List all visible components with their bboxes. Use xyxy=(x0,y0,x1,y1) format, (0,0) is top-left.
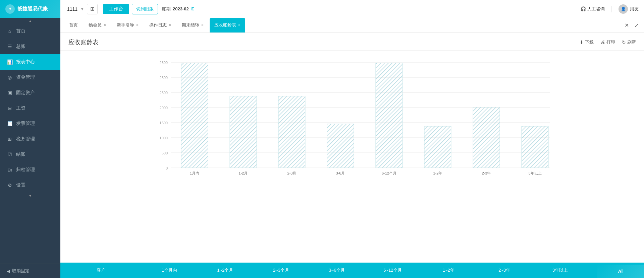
refresh-icon: ↻ xyxy=(622,40,626,45)
col-3yearplus: 3年以上 xyxy=(532,267,588,273)
tab-bar-right: ✕ ⤢ xyxy=(623,21,640,30)
chevron-down-icon: ▼ xyxy=(80,7,84,11)
tab-close-all-button[interactable]: ✕ xyxy=(623,21,630,30)
tab-guide-close[interactable]: × xyxy=(136,23,139,27)
company-select[interactable]: 1111 ▼ xyxy=(67,6,84,12)
sidebar-item-assets[interactable]: ▣ 固定资产 xyxy=(0,85,60,100)
sidebar-item-funds[interactable]: ◎ 资金管理 xyxy=(0,70,60,85)
sidebar-label-tax: 税务管理 xyxy=(16,136,35,142)
switch-button[interactable]: 切到旧版 xyxy=(132,4,158,14)
refresh-label: 刷新 xyxy=(627,39,636,45)
sidebar-label-invoice: 发票管理 xyxy=(16,121,35,127)
bar-6 xyxy=(424,126,451,168)
unpin-label: 取消固定 xyxy=(12,268,30,274)
tab-period-end[interactable]: 期末结转 × xyxy=(177,18,208,32)
sidebar-item-checkout[interactable]: ☑ 结账 xyxy=(0,147,60,162)
tab-guide[interactable]: 新手引导 × xyxy=(112,18,143,32)
download-label: 下载 xyxy=(585,39,594,45)
sidebar-item-tax[interactable]: ⊞ 税务管理 xyxy=(0,131,60,147)
col-3-6month: 3~6个月 xyxy=(309,267,365,273)
sidebar-label-ledger: 总账 xyxy=(16,44,25,50)
col-1-2year: 1~2年 xyxy=(421,267,476,273)
sidebar-footer[interactable]: ◀ 取消固定 xyxy=(0,264,60,278)
print-button[interactable]: 🖨 打印 xyxy=(600,39,615,45)
bar-1 xyxy=(181,63,208,168)
funds-icon: ◎ xyxy=(7,74,13,80)
period-label: 账期 xyxy=(162,6,171,12)
tab-oplog-label: 操作日志 xyxy=(149,22,167,28)
download-icon: ⬇ xyxy=(580,40,584,45)
page-title: 应收账龄表 xyxy=(68,38,99,46)
bar-2 xyxy=(230,96,257,168)
tab-expand-button[interactable]: ⤢ xyxy=(633,21,640,30)
col-customer: 客户 xyxy=(60,267,142,273)
svg-text:2-3月: 2-3月 xyxy=(287,171,297,175)
tab-period-end-close[interactable]: × xyxy=(201,23,204,27)
tab-oplog-close[interactable]: × xyxy=(169,23,171,27)
headset-icon: 🎧 xyxy=(581,6,586,11)
svg-text:2000: 2000 xyxy=(160,106,168,110)
tab-bar: 首页 畅会员 × 新手引导 × 操作日志 × 期末结转 × 应收账龄表 × xyxy=(60,18,644,33)
sidebar-item-payroll[interactable]: ⊟ 工资 xyxy=(0,100,60,116)
sidebar-scroll-down[interactable]: ▼ xyxy=(0,193,60,198)
ai-badge[interactable]: Ai xyxy=(597,265,644,278)
svg-text:1000: 1000 xyxy=(160,136,168,140)
home-icon: ⌂ xyxy=(7,28,13,34)
svg-text:2500: 2500 xyxy=(160,61,168,65)
sidebar: ▲ ⌂ 首页 ☰ 总账 📊 报表中心 ◎ 资金管理 ▣ 固定资产 ⊟ 工资 🧾 … xyxy=(0,18,60,278)
consult-button[interactable]: 🎧 人工咨询 xyxy=(581,6,605,12)
table-header: 客户 1个月内 1~2个月 2~3个月 3~6个月 6~12个月 1~2年 2~… xyxy=(60,263,644,278)
avatar: 👤 xyxy=(619,4,628,14)
bar-8 xyxy=(522,126,548,168)
invoice-icon: 🧾 xyxy=(7,121,13,127)
ai-label: Ai xyxy=(618,269,623,274)
sidebar-item-archive[interactable]: 🗂 归档管理 xyxy=(0,162,60,178)
col-2-3year: 2~3年 xyxy=(477,267,532,273)
sidebar-label-archive: 归档管理 xyxy=(16,167,35,173)
period-area: 账期 2023-02 🗓 xyxy=(162,6,195,12)
tab-home-label: 首页 xyxy=(69,22,78,28)
sidebar-scroll-up[interactable]: ▲ xyxy=(0,18,60,23)
sidebar-label-reports: 报表中心 xyxy=(16,59,35,65)
svg-text:1-2年: 1-2年 xyxy=(433,171,442,175)
sidebar-item-settings[interactable]: ⚙ 设置 xyxy=(0,178,60,193)
svg-text:1-2月: 1-2月 xyxy=(239,171,248,175)
reports-icon: 📊 xyxy=(7,59,13,65)
tax-icon: ⊞ xyxy=(7,136,13,142)
print-icon: 🖨 xyxy=(600,40,605,45)
sidebar-label-checkout: 结账 xyxy=(16,151,25,157)
top-header: ✦ 畅捷通易代账 1111 ▼ ⊞ 工作台 切到旧版 账期 2023-02 🗓 … xyxy=(0,0,644,18)
unpin-icon: ◀ xyxy=(7,269,10,274)
refresh-button[interactable]: ↻ 刷新 xyxy=(622,39,636,45)
tab-home[interactable]: 首页 xyxy=(64,18,83,32)
bar-4 xyxy=(327,124,354,168)
ledger-icon: ☰ xyxy=(7,44,13,50)
tab-oplog[interactable]: 操作日志 × xyxy=(145,18,176,32)
tab-guide-label: 新手引导 xyxy=(117,22,134,28)
sidebar-item-invoice[interactable]: 🧾 发票管理 xyxy=(0,116,60,131)
sidebar-label-assets: 固定资产 xyxy=(16,90,35,96)
sidebar-item-reports[interactable]: 📊 报表中心 xyxy=(0,54,60,70)
bar-5 xyxy=(376,63,402,168)
workbench-button[interactable]: 工作台 xyxy=(103,4,129,14)
download-button[interactable]: ⬇ 下载 xyxy=(580,39,594,45)
bar-3 xyxy=(278,96,305,168)
bar-chart: 2500 2500 2500 2000 1500 1000 500 0 xyxy=(68,57,636,185)
copy-button[interactable]: ⊞ xyxy=(87,4,98,14)
user-label: 用友 xyxy=(630,6,639,12)
tab-aging[interactable]: 应收账龄表 × xyxy=(210,18,245,32)
page-actions: ⬇ 下载 🖨 打印 ↻ 刷新 xyxy=(580,39,636,45)
chart-area: 2500 2500 2500 2000 1500 1000 500 0 xyxy=(60,51,644,263)
tab-member-close[interactable]: × xyxy=(104,23,106,27)
user-button[interactable]: 👤 用友 xyxy=(619,4,639,14)
sidebar-item-ledger[interactable]: ☰ 总账 xyxy=(0,39,60,54)
sidebar-item-home[interactable]: ⌂ 首页 xyxy=(0,23,60,39)
sidebar-label-home: 首页 xyxy=(16,28,25,34)
tab-member[interactable]: 畅会员 × xyxy=(84,18,111,32)
tab-aging-close[interactable]: × xyxy=(238,23,240,27)
checkout-icon: ☑ xyxy=(7,151,13,157)
company-name: 1111 xyxy=(67,6,77,12)
divider xyxy=(611,6,612,12)
calendar-icon[interactable]: 🗓 xyxy=(191,6,195,11)
svg-text:2500: 2500 xyxy=(160,91,168,95)
